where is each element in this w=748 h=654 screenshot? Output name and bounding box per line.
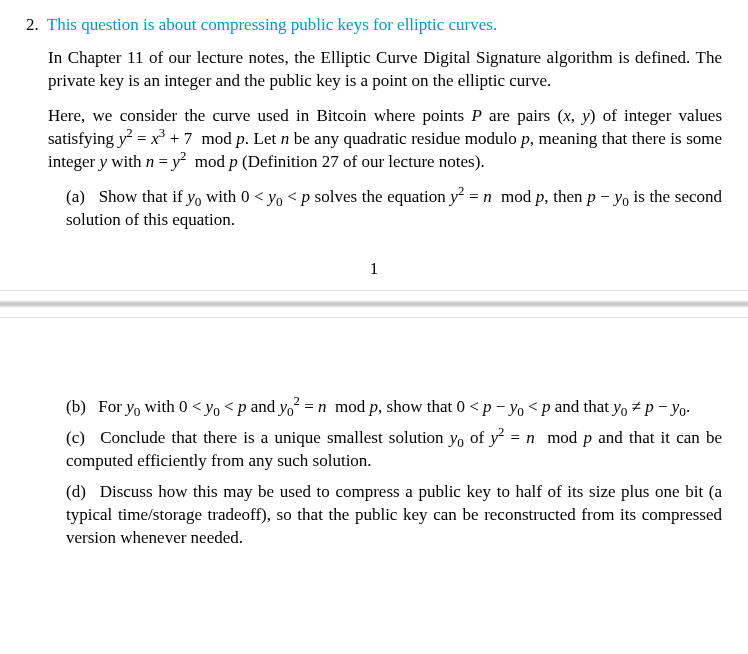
sub-text-c: Conclude that there is a unique smallest… [66,428,722,470]
sub-label-c: (c) [66,427,94,450]
page-break-spacer [26,318,722,388]
sub-item-d: (d) Discuss how this may be used to comp… [66,481,722,550]
question-title: This question is about compressing publi… [47,15,497,34]
paragraph-intro-2: Here, we consider the curve used in Bitc… [48,105,722,174]
page-break-divider [0,290,748,318]
sub-label-b: (b) [66,396,94,419]
page-number: 1 [26,258,722,281]
sub-label-a: (a) [66,186,94,209]
sub-text-a: Show that if y0 with 0 < y0 < p solves t… [66,187,722,229]
sub-text-b: For y0 with 0 < y0 < p and y02 = n mod p… [98,397,690,416]
sub-item-a: (a) Show that if y0 with 0 < y0 < p solv… [66,186,722,232]
sub-item-c: (c) Conclude that there is a unique smal… [66,427,722,473]
paragraph-intro-1: In Chapter 11 of our lecture notes, the … [48,47,722,93]
sub-label-d: (d) [66,481,94,504]
question-number: 2. [26,14,39,37]
sub-item-b: (b) For y0 with 0 < y0 < p and y02 = n m… [66,396,722,419]
sub-text-d: Discuss how this may be used to compress… [66,482,722,547]
